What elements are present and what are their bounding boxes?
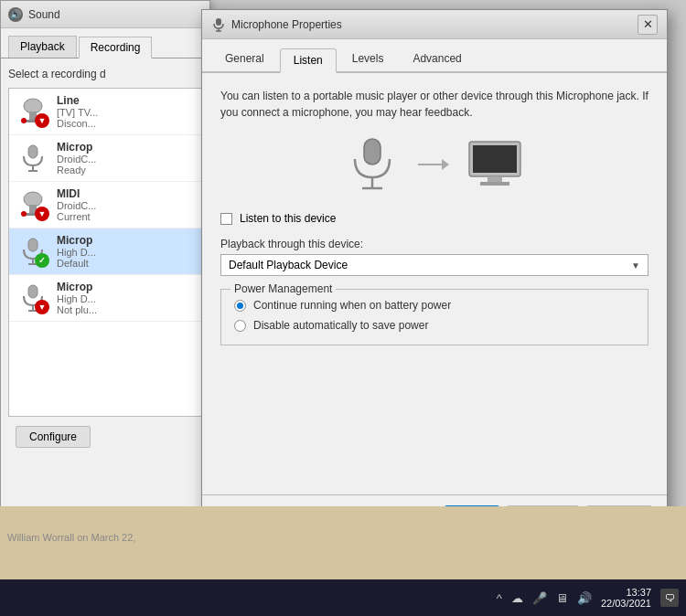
svg-rect-29 — [488, 176, 502, 182]
configure-button[interactable]: Configure — [16, 426, 91, 448]
sound-tabs: Playback Recording — [1, 28, 209, 58]
badge-line: ▼ — [35, 113, 49, 128]
playback-dropdown[interactable]: Default Playback Device ▼ — [220, 254, 648, 276]
dialog-description: You can listen to a portable music playe… — [220, 88, 648, 121]
listen-checkbox-row: Listen to this device — [220, 212, 648, 225]
tab-listen[interactable]: Listen — [280, 48, 337, 73]
desktop-background-area — [0, 506, 686, 579]
device-sub1-midi: DroidC... — [57, 200, 194, 211]
taskbar-notification-button[interactable]: 🗨 — [660, 589, 679, 607]
svg-rect-16 — [28, 285, 38, 298]
device-icon-line: ▼ — [16, 95, 49, 128]
taskbar-cloud-icon: ☁ — [511, 591, 523, 605]
device-sub2-mic3: Not plu... — [57, 304, 194, 315]
device-sub1-mic3: High D... — [57, 293, 194, 304]
taskbar-volume-icon[interactable]: 🔊 — [577, 591, 592, 605]
device-icon-mic1 — [16, 142, 49, 175]
sound-titlebar: 🔊 Sound — [1, 1, 209, 28]
device-info-mic2: Microp High D... Default — [57, 234, 194, 269]
device-list: ▼ Line [TV] TV... Discon... — [8, 88, 202, 417]
svg-rect-19 — [216, 18, 221, 26]
configure-bar: Configure — [8, 417, 202, 457]
power-management-group: Power Management Continue running when o… — [220, 289, 648, 345]
listen-to-device-label: Listen to this device — [240, 212, 336, 225]
illus-monitor-icon — [467, 140, 522, 190]
dialog-titlebar: Microphone Properties ✕ — [202, 10, 667, 39]
illus-microphone-icon — [348, 137, 398, 192]
radio-disable-power-label: Disable automatically to save power — [253, 319, 428, 332]
device-item-line[interactable]: ▼ Line [TV] TV... Discon... — [9, 89, 201, 135]
device-sub1-mic2: High D... — [57, 247, 194, 258]
device-sub1-line: [TV] TV... — [57, 107, 194, 118]
device-item-mic2[interactable]: ✓ Microp High D... Default — [9, 228, 201, 275]
device-icon-mic2: ✓ — [16, 235, 49, 268]
taskbar-right: ^ ☁ 🎤 🖥 🔊 13:37 22/03/2021 🗨 — [497, 587, 679, 609]
sound-app-icon: 🔊 — [8, 7, 23, 22]
dialog-body: You can listen to a portable music playe… — [202, 73, 667, 375]
device-name-mic1: Microp — [57, 141, 194, 154]
taskbar-date-display: 22/03/2021 — [601, 598, 651, 609]
svg-rect-28 — [473, 145, 517, 173]
device-name-midi: MIDI — [57, 187, 194, 200]
svg-rect-22 — [364, 139, 381, 165]
device-sub2-line: Discon... — [57, 118, 194, 129]
taskbar-display-icon: 🖥 — [556, 591, 568, 605]
chevron-down-icon: ▼ — [631, 260, 640, 271]
device-sub2-mic2: Default — [57, 258, 194, 269]
svg-point-0 — [24, 99, 42, 113]
sound-window: 🔊 Sound Playback Recording Select a reco… — [0, 0, 210, 512]
svg-point-8 — [24, 192, 42, 207]
tab-recording[interactable]: Recording — [79, 37, 153, 58]
badge-mic3: ▼ — [35, 300, 49, 314]
radio-continue-battery-label: Continue running when on battery power — [253, 299, 451, 312]
device-item-mic3[interactable]: ▼ Microp High D... Not plu... — [9, 275, 201, 322]
radio-continue-battery[interactable] — [234, 300, 246, 312]
dialog-tabs: General Listen Levels Advanced — [202, 39, 667, 73]
svg-rect-5 — [28, 145, 38, 158]
radio-disable-power[interactable] — [234, 320, 246, 332]
device-item-mic1[interactable]: Microp DroidC... Ready — [9, 135, 201, 182]
device-sub2-mic1: Ready — [57, 165, 194, 175]
badge-mic2: ✓ — [35, 253, 49, 268]
taskbar-clock: 13:37 22/03/2021 — [601, 587, 651, 609]
device-icon-mic3: ▼ — [16, 281, 49, 314]
device-info-mic3: Microp High D... Not plu... — [57, 281, 194, 315]
device-sub1-mic1: DroidC... — [57, 154, 194, 165]
tab-levels[interactable]: Levels — [338, 47, 398, 71]
illus-arrow-icon — [416, 154, 449, 175]
recording-label: Select a recording d — [8, 68, 202, 80]
playback-dropdown-value: Default Playback Device — [229, 259, 348, 271]
taskbar-chevron-icon[interactable]: ^ — [497, 591, 502, 605]
device-name-line: Line — [57, 94, 194, 107]
tab-general[interactable]: General — [211, 47, 278, 71]
desktop-text: William Worrall on March 22, — [7, 532, 135, 543]
device-name-mic3: Microp — [57, 281, 194, 293]
svg-rect-30 — [480, 182, 509, 186]
radio-row-disable: Disable automatically to save power — [234, 319, 635, 332]
power-management-legend: Power Management — [230, 282, 336, 295]
device-name-mic2: Microp — [57, 234, 194, 247]
taskbar-time-display: 13:37 — [601, 587, 651, 598]
dialog-title: Microphone Properties — [231, 18, 632, 31]
device-info-line: Line [TV] TV... Discon... — [57, 94, 194, 129]
dialog-mic-icon — [211, 17, 226, 32]
listen-to-device-checkbox[interactable] — [220, 213, 232, 225]
device-info-mic1: Microp DroidC... Ready — [57, 141, 194, 175]
playback-label: Playback through this device: — [220, 238, 648, 250]
device-icon-midi: ▼ — [16, 188, 49, 221]
sound-window-title: Sound — [28, 8, 60, 21]
svg-marker-26 — [442, 159, 449, 170]
taskbar-microphone-icon: 🎤 — [532, 591, 547, 605]
dialog-close-button[interactable]: ✕ — [638, 15, 658, 35]
device-item-midi[interactable]: ▼ MIDI DroidC... Current — [9, 182, 201, 228]
taskbar: ^ ☁ 🎤 🖥 🔊 13:37 22/03/2021 🗨 — [0, 579, 686, 616]
svg-rect-13 — [28, 239, 38, 251]
tab-playback[interactable]: Playback — [8, 36, 77, 58]
device-info-midi: MIDI DroidC... Current — [57, 187, 194, 222]
badge-midi: ▼ — [35, 207, 49, 221]
microphone-properties-dialog: Microphone Properties ✕ General Listen L… — [201, 9, 668, 539]
radio-row-continue: Continue running when on battery power — [234, 299, 635, 312]
sound-content: Select a recording d ▼ Line — [1, 58, 209, 466]
tab-advanced[interactable]: Advanced — [399, 47, 475, 71]
svg-point-11 — [21, 211, 27, 217]
